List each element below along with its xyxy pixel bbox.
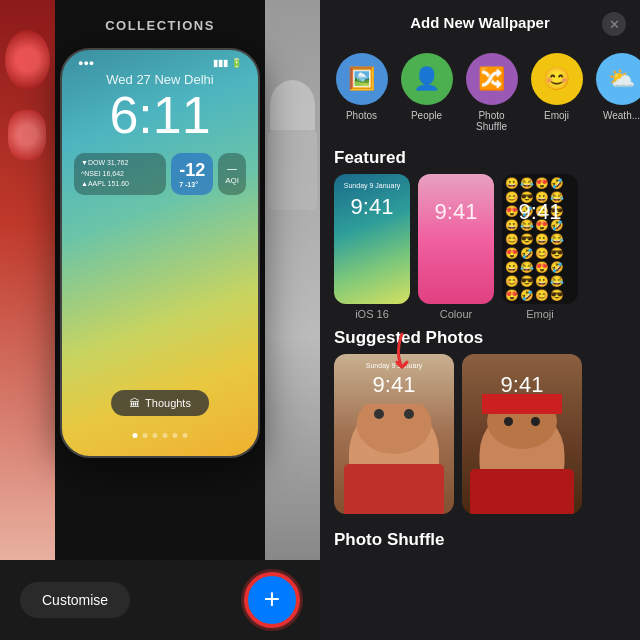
stock1: ▼DOW 31,762 — [81, 158, 159, 169]
ios16-thumb: Sunday 9 January 9:41 — [334, 174, 410, 304]
right-photo-strip — [265, 0, 320, 560]
dot-5 — [173, 433, 178, 438]
stock2: ^NSEI 16,642 — [81, 169, 159, 180]
customise-button[interactable]: Customise — [20, 582, 130, 618]
thoughts-widget: 🏛 Thoughts — [111, 390, 209, 416]
shuffle-label: PhotoShuffle — [476, 110, 507, 132]
suggested-row: Sunday 9 January 9:41 9:41 — [320, 354, 640, 514]
status-right: ▮▮▮ 🔋 — [213, 58, 242, 68]
type-emoji[interactable]: 😊 Emoji — [529, 53, 584, 132]
type-photos[interactable]: 🖼️ Photos — [334, 53, 389, 132]
dot-1 — [133, 433, 138, 438]
type-weather[interactable]: ⛅ Weath... — [594, 53, 640, 132]
type-shuffle[interactable]: 🔀 PhotoShuffle — [464, 53, 519, 132]
aqi-widget: —AQI — [218, 153, 246, 195]
temp-widget: -12 7 -13° — [171, 153, 213, 195]
phone-widgets: ▼DOW 31,762 ^NSEI 16,642 ▲AAPL 151.60 -1… — [62, 145, 258, 203]
colour-label: Colour — [440, 308, 472, 320]
emoji-label: Emoji — [544, 110, 569, 121]
phone-date: Wed 27 New Delhi — [62, 72, 258, 87]
featured-title: Featured — [320, 140, 640, 174]
photos-label: Photos — [346, 110, 377, 121]
type-people[interactable]: 👤 People — [399, 53, 454, 132]
featured-colour[interactable]: 9:41 Colour — [418, 174, 494, 320]
dot-6 — [183, 433, 188, 438]
close-button[interactable]: ✕ — [602, 12, 626, 36]
left-photo-strip — [0, 0, 55, 560]
dot-2 — [143, 433, 148, 438]
weather-icon: ⛅ — [596, 53, 641, 105]
status-bar: ●●● ▮▮▮ 🔋 — [62, 50, 258, 68]
add-wallpaper-button[interactable]: + — [244, 572, 300, 628]
temp-value: -12 7 -13° — [179, 160, 205, 188]
featured-emoji[interactable]: 😀😂😍🤣😊😎 😀😂😍🤣😊😎 😀😂😍🤣😊😎 😀😂😍🤣😊😎 😀😂😍🤣😊😎 😀😂😍🤣😊… — [502, 174, 578, 320]
suggested-title: Suggested Photos — [320, 320, 640, 354]
photos-icon: 🖼️ — [336, 53, 388, 105]
colour-time: 9:41 — [435, 199, 478, 225]
bank-icon: 🏛 — [129, 397, 140, 409]
status-left: ●●● — [78, 58, 94, 68]
left-panel: COLLECTIONS ●●● ▮▮▮ 🔋 Wed 27 New Delhi 6… — [0, 0, 320, 640]
people-icon: 👤 — [401, 53, 453, 105]
emoji-icon: 😊 — [531, 53, 583, 105]
emoji-time: 9:41 — [519, 199, 562, 225]
bottom-bar: Customise + — [0, 560, 320, 640]
weather-label: Weath... — [603, 110, 640, 121]
photo-shuffle-title: Photo Shuffle — [334, 522, 626, 554]
phone-frame: ●●● ▮▮▮ 🔋 Wed 27 New Delhi 6:11 ▼DOW 31,… — [60, 48, 260, 458]
emoji-thumb: 😀😂😍🤣😊😎 😀😂😍🤣😊😎 😀😂😍🤣😊😎 😀😂😍🤣😊😎 😀😂😍🤣😊😎 😀😂😍🤣😊… — [502, 174, 578, 304]
plus-icon: + — [264, 585, 280, 613]
colour-thumb: 9:41 — [418, 174, 494, 304]
wallpaper-types: 🖼️ Photos 👤 People 🔀 PhotoShuffle 😊 Emoj… — [320, 45, 640, 140]
featured-row: Sunday 9 January 9:41 iOS 16 9:41 Colour… — [320, 174, 640, 320]
ios16-date: Sunday 9 January — [344, 182, 400, 189]
arrow-indicator — [388, 332, 416, 387]
page-dots — [133, 433, 188, 438]
dot-3 — [153, 433, 158, 438]
phone-time: 6:11 — [62, 89, 258, 141]
thoughts-label: Thoughts — [145, 397, 191, 409]
stock-widget: ▼DOW 31,762 ^NSEI 16,642 ▲AAPL 151.60 — [74, 153, 166, 195]
shuffle-icon: 🔀 — [466, 53, 518, 105]
right-header: Add New Wallpaper ✕ — [320, 0, 640, 45]
emoji-grid: 😀😂😍🤣😊😎 😀😂😍🤣😊😎 😀😂😍🤣😊😎 😀😂😍🤣😊😎 😀😂😍🤣😊😎 😀😂😍🤣😊… — [505, 177, 575, 301]
panel-title: Add New Wallpaper — [410, 14, 549, 31]
stock3: ▲AAPL 151.60 — [81, 179, 159, 190]
suggested-photo-2[interactable]: 9:41 — [462, 354, 582, 514]
right-panel: Add New Wallpaper ✕ 🖼️ Photos 👤 People 🔀… — [320, 0, 640, 640]
featured-ios16[interactable]: Sunday 9 January 9:41 iOS 16 — [334, 174, 410, 320]
collections-title: COLLECTIONS — [105, 18, 215, 33]
ios16-time: 9:41 — [351, 194, 394, 220]
people-label: People — [411, 110, 442, 121]
ios16-label: iOS 16 — [355, 308, 389, 320]
dot-4 — [163, 433, 168, 438]
emoji-label2: Emoji — [526, 308, 554, 320]
photo-shuffle-section: Photo Shuffle — [320, 514, 640, 558]
